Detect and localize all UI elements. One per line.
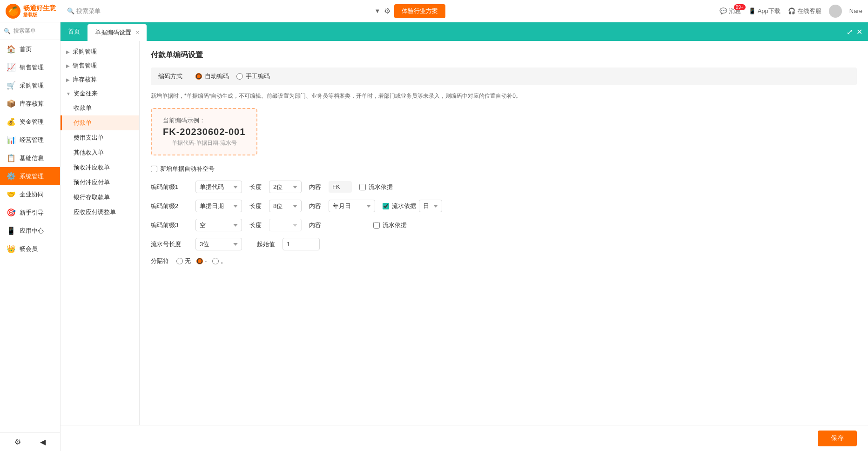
length3-label: 长度 <box>249 221 262 229</box>
close-window-icon[interactable]: ✕ <box>856 27 862 36</box>
sidebar-item-basic[interactable]: 📋 基础信息 <box>0 149 60 167</box>
sidebar-item-inventory[interactable]: 📦 库存核算 <box>0 94 60 113</box>
purchase-icon: 🛒 <box>7 81 16 90</box>
user-avatar[interactable] <box>829 5 842 18</box>
manual-encoding-radio[interactable]: 手工编码 <box>236 72 270 81</box>
capital-icon: 💰 <box>7 117 16 126</box>
serial2-checkbox[interactable] <box>383 203 389 209</box>
serial3-checkbox-group: 流水依据 <box>373 221 407 229</box>
prefix2-select[interactable]: 单据日期 <box>195 200 242 212</box>
bottom-bar: 保存 <box>61 425 868 451</box>
basic-icon: 📋 <box>7 154 16 162</box>
logo-name: 畅通好生意 <box>23 4 56 12</box>
sep-dash-radio[interactable]: - <box>196 258 207 265</box>
sep-none-radio[interactable]: 无 <box>176 257 191 265</box>
tab-encoding-settings[interactable]: 单据编码设置 × <box>87 24 147 41</box>
start-value-input[interactable] <box>283 238 320 250</box>
online-service-button[interactable]: 🎧 在线客服 <box>788 7 821 15</box>
sidebar-item-label: 资金管理 <box>20 118 44 126</box>
arrow-right-icon: ▶ <box>66 63 70 68</box>
message-button[interactable]: 💬 消息 99+ <box>720 7 741 15</box>
serial1-checkbox[interactable] <box>359 184 366 190</box>
serial3-checkbox[interactable] <box>373 222 380 229</box>
online-service-label: 在线客服 <box>797 7 821 15</box>
serial2-unit-select[interactable]: 日 月 年 <box>419 200 442 212</box>
phone-icon: 📱 <box>748 7 756 14</box>
length1-select[interactable]: 2位 <box>269 181 302 193</box>
arrow-right-icon: ▶ <box>66 77 70 82</box>
nav-item-pre-receipt[interactable]: 预收冲应收单 <box>61 160 139 175</box>
length3-select[interactable] <box>269 219 302 231</box>
prefix3-row: 编码前缀3 空 长度 内容 流水依据 <box>151 219 857 231</box>
member-icon: 👑 <box>7 244 16 253</box>
nav-section-label: 资金往来 <box>74 89 98 98</box>
save-button[interactable]: 保存 <box>818 431 857 446</box>
sep-dash-input[interactable] <box>196 258 203 264</box>
auto-encoding-input[interactable] <box>195 73 202 80</box>
serial-length-select[interactable]: 3位 <box>195 238 242 250</box>
app-download-button[interactable]: 📱 App下载 <box>748 7 781 15</box>
nav-item-expense[interactable]: 费用支出单 <box>61 130 139 145</box>
gear-icon[interactable]: ⚙ <box>384 7 390 15</box>
preview-desc: 单据代码-单据日期-流水号 <box>163 139 245 147</box>
nav-section-inventory[interactable]: ▶ 库存核算 <box>61 73 139 87</box>
sidebar-item-capital[interactable]: 💰 资金管理 <box>0 113 60 131</box>
nav-item-other-income[interactable]: 其他收入单 <box>61 145 139 160</box>
nav-section-label: 库存核算 <box>73 75 97 84</box>
search-icon-sidebar: 🔍 <box>4 28 11 34</box>
sidebar-search-label: 搜索菜单 <box>13 27 36 35</box>
sidebar-item-system[interactable]: ⚙️ 系统管理 <box>0 167 60 185</box>
nav-section-purchase[interactable]: ▶ 采购管理 <box>61 45 139 59</box>
encoding-method-row: 编码方式 自动编码 手工编码 <box>151 67 857 85</box>
nav-dropdown[interactable]: ▼ <box>374 7 380 14</box>
message-icon: 💬 <box>720 7 727 14</box>
sep-dot-radio[interactable]: 。 <box>212 257 227 265</box>
sidebar-item-sales[interactable]: 📈 销售管理 <box>0 58 60 76</box>
tab-close-icon[interactable]: × <box>136 29 139 36</box>
auto-fill-label: 新增单据自动补空号 <box>160 165 215 173</box>
content-area: ▶ 采购管理 ▶ 销售管理 ▶ 库存核算 ▼ 资金往来 收款单 付款单 <box>61 41 868 451</box>
sidebar-item-operation[interactable]: 📊 经营管理 <box>0 131 60 149</box>
sidebar-item-guide[interactable]: 🎯 新手引导 <box>0 203 60 222</box>
nav-item-bank[interactable]: 银行存取款单 <box>61 190 139 205</box>
sidebar-search[interactable]: 🔍 搜索菜单 <box>0 22 60 40</box>
settings-icon[interactable]: ⚙ <box>14 438 21 446</box>
sidebar-item-enterprise[interactable]: 🤝 企业协同 <box>0 185 60 203</box>
nav-item-payment[interactable]: 付款单 <box>61 115 139 130</box>
content2-select[interactable]: 年月日 <box>329 200 375 212</box>
auto-fill-row: 新增单据自动补空号 <box>151 165 857 173</box>
system-icon: ⚙️ <box>7 172 16 181</box>
nav-section-capital[interactable]: ▼ 资金往来 <box>61 87 139 101</box>
prefix1-select[interactable]: 单据代码 <box>195 181 242 193</box>
sidebar-item-apps[interactable]: 📱 应用中心 <box>0 222 60 240</box>
sidebar-item-purchase[interactable]: 🛒 采购管理 <box>0 76 60 94</box>
manual-encoding-input[interactable] <box>236 73 243 80</box>
nav-item-label: 付款单 <box>74 119 92 127</box>
sidebar-item-home[interactable]: 🏠 首页 <box>0 40 60 58</box>
arrow-down-icon: ▼ <box>66 91 71 96</box>
sidebar-item-member[interactable]: 👑 畅会员 <box>0 240 60 258</box>
tab-home[interactable]: 首页 <box>61 22 87 41</box>
try-button[interactable]: 体验行业方案 <box>394 4 445 18</box>
separator-options: 无 - 。 <box>176 257 227 265</box>
nav-item-adjustment[interactable]: 应收应付调整单 <box>61 205 139 220</box>
sep-dot-input[interactable] <box>212 258 219 264</box>
nav-item-label: 预付冲应付单 <box>74 178 110 187</box>
logo-icon: 🍊 <box>6 4 20 19</box>
auto-fill-checkbox[interactable] <box>151 166 157 172</box>
sep-none-input[interactable] <box>176 258 183 264</box>
nav-item-receipt[interactable]: 收款单 <box>61 101 139 115</box>
sidebar-item-label: 库存核算 <box>20 100 44 108</box>
maximize-icon[interactable]: ⤢ <box>847 27 853 36</box>
nav-item-pre-payment[interactable]: 预付冲应付单 <box>61 175 139 190</box>
logo-text: 畅通好生意 搭载版 <box>23 4 56 18</box>
auto-encoding-radio[interactable]: 自动编码 <box>195 72 229 81</box>
chevron-down-icon: ▼ <box>374 7 380 14</box>
length2-select[interactable]: 8位 <box>269 200 302 212</box>
encoding-radio-group: 自动编码 手工编码 <box>195 72 270 81</box>
sidebar-item-label: 新手引导 <box>20 209 44 217</box>
search-menu-button[interactable]: 🔍 搜索菜单 <box>67 7 101 15</box>
prefix3-select[interactable]: 空 <box>195 219 242 231</box>
nav-section-sales[interactable]: ▶ 销售管理 <box>61 59 139 73</box>
collapse-icon[interactable]: ◀ <box>40 438 46 446</box>
